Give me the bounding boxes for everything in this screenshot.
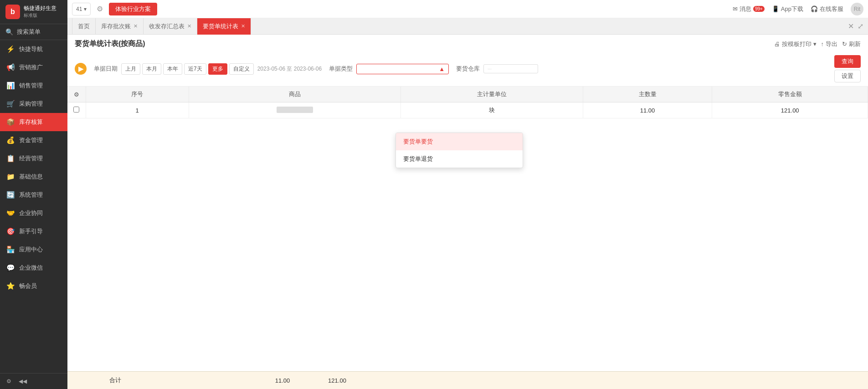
- sidebar-item-sales[interactable]: 📊 销售管理: [0, 77, 67, 95]
- sidebar: b 畅捷通好生意 标准版 🔍 搜索菜单 ⚡ 快捷导航 📢 营销推广 📊 销售管理…: [0, 0, 67, 389]
- col-amount: 零售金额: [712, 87, 868, 102]
- nav-label-basic: 基础信息: [19, 173, 43, 181]
- tab-selector[interactable]: 41 ▾: [72, 3, 91, 15]
- service-button[interactable]: 🎧 在线客服: [811, 5, 843, 13]
- warehouse-filter-group: 要货仓库 ···: [456, 64, 538, 73]
- topbar: 41 ▾ ⚙ 体验行业方案 ✉ 消息 99+ 📱 App下载 🎧 在线客服 Ri…: [67, 0, 868, 18]
- date-btn-7days[interactable]: 近7天: [184, 63, 206, 75]
- product-name-blurred: [277, 107, 313, 113]
- date-btn-custom[interactable]: 自定义: [229, 63, 254, 75]
- sidebar-item-system[interactable]: 🔄 系统管理: [0, 186, 67, 204]
- export-button[interactable]: ↑ 导出: [821, 40, 838, 48]
- nav-label-system: 系统管理: [19, 191, 43, 199]
- tab-summary-close[interactable]: ✕: [187, 23, 191, 29]
- logo-icon: b: [5, 5, 20, 19]
- print-button[interactable]: 🖨 按模板打印 ▾: [774, 40, 817, 48]
- main: 41 ▾ ⚙ 体验行业方案 ✉ 消息 99+ 📱 App下载 🎧 在线客服 Ri…: [67, 0, 868, 389]
- dropdown-item-order-request[interactable]: 要货单要货: [396, 133, 523, 150]
- table-row: 1 块 11.00 121.00: [67, 102, 868, 118]
- nav-label-operation: 经营管理: [19, 154, 43, 163]
- filter-bar: ▶ 单据日期 上月 本月 本年 近7天 更多 自定义 2023-05-06 至 …: [67, 51, 868, 87]
- sidebar-item-member[interactable]: ⭐ 畅会员: [0, 277, 67, 295]
- settings-icon[interactable]: ⚙: [6, 378, 11, 384]
- tab-inventory-batch[interactable]: 库存批次账 ✕: [96, 18, 144, 35]
- sidebar-item-inventory[interactable]: 📦 库存核算: [0, 113, 67, 131]
- sidebar-search[interactable]: 🔍 搜索菜单: [0, 24, 67, 40]
- sidebar-item-finance[interactable]: 💰 资金管理: [0, 131, 67, 149]
- nav-label-purchase: 采购管理: [19, 100, 43, 108]
- marketing-icon: 📢: [6, 63, 15, 72]
- tab-summary-label: 收发存汇总表: [149, 22, 185, 31]
- col-settings[interactable]: ⚙: [67, 87, 86, 102]
- date-btn-more[interactable]: 更多: [208, 63, 227, 75]
- sidebar-item-purchase[interactable]: 🛒 采购管理: [0, 95, 67, 113]
- collapse-icon[interactable]: ◀◀: [19, 378, 27, 384]
- page-actions: 🖨 按模板打印 ▾ ↑ 导出 ↻ 刷新: [774, 40, 861, 48]
- nav-label-quick: 快捷导航: [19, 45, 43, 53]
- sidebar-item-quick[interactable]: ⚡ 快捷导航: [0, 40, 67, 58]
- refresh-label: 刷新: [849, 40, 861, 48]
- nav-label-appstore: 应用中心: [19, 246, 43, 254]
- operation-icon: 📋: [6, 154, 15, 163]
- export-label: 导出: [826, 40, 837, 48]
- guide-icon: 🎯: [6, 227, 15, 235]
- logo-text: 畅捷通好生意: [24, 5, 56, 12]
- col-seq: 序号: [86, 87, 189, 102]
- query-button[interactable]: 查询: [834, 55, 861, 68]
- sidebar-item-wechat[interactable]: 💬 企业微信: [0, 259, 67, 277]
- topbar-right: ✉ 消息 99+ 📱 App下载 🎧 在线客服 Rit: [733, 3, 863, 15]
- sidebar-item-enterprise[interactable]: 🤝 企业协同: [0, 204, 67, 222]
- page-title: 要货单统计表(按商品): [75, 39, 145, 49]
- row-amount: 121.00: [712, 102, 868, 118]
- finance-icon: 💰: [6, 136, 15, 144]
- type-filter-label: 单据类型: [329, 65, 353, 73]
- message-icon: ✉: [733, 5, 738, 12]
- type-filter-input[interactable]: [360, 66, 437, 72]
- basic-icon: 📁: [6, 173, 15, 181]
- print-icon: 🖨: [774, 41, 780, 47]
- tab-inventory-batch-close[interactable]: ✕: [134, 23, 138, 29]
- nav-label-wechat: 企业微信: [19, 264, 43, 272]
- date-buttons: 上月 本月 本年 近7天 更多 自定义: [121, 63, 254, 75]
- sidebar-item-appstore[interactable]: 🏪 应用中心: [0, 241, 67, 259]
- date-btn-prev-month[interactable]: 上月: [121, 63, 140, 75]
- sidebar-bottom: ⚙ ◀◀: [0, 373, 67, 389]
- col-product: 商品: [189, 87, 401, 102]
- sidebar-item-marketing[interactable]: 📢 营销推广: [0, 58, 67, 77]
- footer-amount: 121.00: [310, 377, 365, 384]
- print-chevron-icon: ▾: [813, 41, 817, 47]
- tab-expand-area: ✕ ⤢: [848, 22, 863, 31]
- footer-label: 合计: [109, 376, 200, 384]
- row-checkbox[interactable]: [67, 102, 86, 118]
- warehouse-select[interactable]: ···: [483, 64, 538, 73]
- gear-button[interactable]: ⚙: [93, 3, 106, 15]
- sidebar-item-operation[interactable]: 📋 经营管理: [0, 149, 67, 168]
- industry-button[interactable]: 体验行业方案: [109, 3, 157, 15]
- avatar[interactable]: Rit: [851, 3, 863, 15]
- date-btn-this-month[interactable]: 本月: [142, 63, 161, 75]
- sidebar-item-guide[interactable]: 🎯 新手引导: [0, 222, 67, 241]
- expand-icon[interactable]: ⤢: [858, 22, 863, 31]
- date-range-label: 2023-05-06 至 2023-06-06: [257, 65, 322, 73]
- refresh-button[interactable]: ↻ 刷新: [842, 40, 861, 48]
- dropdown-item-order-return[interactable]: 要货单退货: [396, 150, 523, 168]
- tab-order-stats-close[interactable]: ✕: [241, 23, 245, 29]
- set-button[interactable]: 设置: [834, 70, 861, 82]
- app-download-button[interactable]: 📱 App下载: [772, 5, 803, 13]
- close-all-icon[interactable]: ✕: [848, 22, 854, 31]
- print-label: 按模板打印: [782, 40, 812, 48]
- tab-home[interactable]: 首页: [72, 18, 96, 35]
- tab-summary[interactable]: 收发存汇总表 ✕: [144, 18, 197, 35]
- notification-button[interactable]: ✉ 消息 99+: [733, 5, 765, 13]
- col-qty: 主数量: [583, 87, 712, 102]
- sidebar-item-basic[interactable]: 📁 基础信息: [0, 168, 67, 186]
- type-select-chevron-up-icon: ▲: [439, 66, 445, 72]
- date-btn-this-year[interactable]: 本年: [163, 63, 182, 75]
- filter-expand-button[interactable]: ▶: [75, 63, 87, 75]
- nav-label-enterprise: 企业协同: [19, 209, 43, 217]
- tabbar: 首页 库存批次账 ✕ 收发存汇总表 ✕ 要货单统计表 ✕ ✕ ⤢: [67, 18, 868, 35]
- row-unit: 块: [401, 102, 583, 118]
- service-label: 在线客服: [820, 5, 843, 13]
- tab-order-stats[interactable]: 要货单统计表 ✕: [197, 18, 251, 35]
- type-filter-select[interactable]: ▲: [356, 64, 449, 74]
